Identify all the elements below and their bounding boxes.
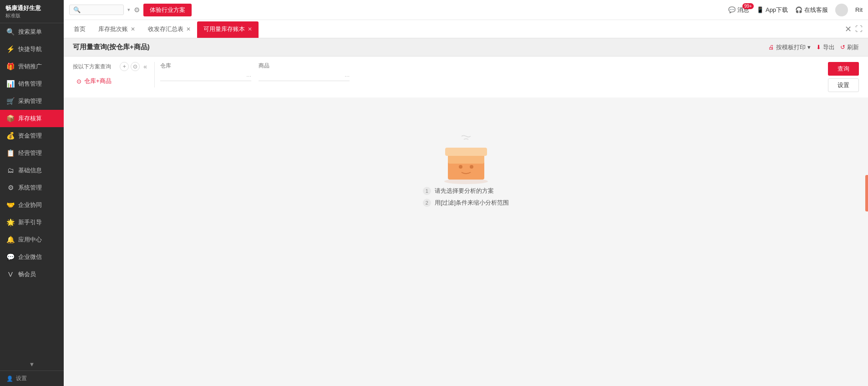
content-area: 可用量查询(按仓库+商品) 🖨 按模板打印 ▾ ⬇ 导出 ↺ 刷新 xyxy=(64,38,868,386)
wechat-icon: 💬 xyxy=(6,253,15,261)
app-download-btn[interactable]: 📱 App下载 xyxy=(756,6,788,14)
filter-schemes-label: 按以下方案查询 xyxy=(73,63,111,71)
hint1-text: 请先选择要分析的方案 xyxy=(435,187,494,195)
online-service-btn[interactable]: 🎧 在线客服 xyxy=(795,6,828,14)
sidebar-item-label: 资金管理 xyxy=(18,132,42,140)
filter-schemes: 按以下方案查询 + ⊙ « ⊙ 仓库+商品 xyxy=(73,62,155,87)
page-header: 可用量查询(按仓库+商品) 🖨 按模板打印 ▾ ⬇ 导出 ↺ 刷新 xyxy=(64,38,868,57)
sidebar-item-operations[interactable]: 📋 经营管理 xyxy=(0,144,64,162)
search-icon: 🔍 xyxy=(73,6,81,13)
expand-btn[interactable]: ⛶ xyxy=(855,25,863,33)
shortcut-icon: ⚡ xyxy=(6,45,15,53)
phone-icon: 📱 xyxy=(756,6,764,13)
collapse-scheme-btn[interactable]: « xyxy=(142,63,149,70)
industry-btn[interactable]: 体验行业方案 xyxy=(143,4,192,16)
search-icon: 🔍 xyxy=(6,28,15,36)
goods-input[interactable] xyxy=(259,72,342,79)
topbar-gear-icon[interactable]: ⚙ xyxy=(134,6,140,14)
sidebar-item-label: 应用中心 xyxy=(18,236,42,244)
purchase-icon: 🛒 xyxy=(6,97,15,105)
hint2-text: 用[过滤]条件来缩小分析范围 xyxy=(435,199,509,207)
sidebar-item-member[interactable]: V 畅会员 xyxy=(0,266,64,283)
sidebar-item-sales[interactable]: 📊 销售管理 xyxy=(0,75,64,93)
tab-summary[interactable]: 收发存汇总表✕ xyxy=(142,21,197,38)
filter-area: 按以下方案查询 + ⊙ « ⊙ 仓库+商品 仓库 xyxy=(64,57,868,98)
sidebar-item-label: 库存核算 xyxy=(18,114,42,123)
sidebar-item-label: 企业协同 xyxy=(18,201,42,209)
sidebar-item-label: 快捷导航 xyxy=(18,45,42,53)
tab-close-btn[interactable]: ✕ xyxy=(131,26,135,32)
empty-state: 1 请先选择要分析的方案 2 用[过滤]条件来缩小分析范围 xyxy=(64,98,868,243)
sidebar-item-shortcut[interactable]: ⚡ 快捷导航 xyxy=(0,41,64,58)
warehouse-input[interactable] xyxy=(160,72,244,79)
sidebar-item-basic[interactable]: 🗂 基础信息 xyxy=(0,162,64,179)
page-actions: 🖨 按模板打印 ▾ ⬇ 导出 ↺ 刷新 xyxy=(768,43,859,51)
app-center-icon: 🔔 xyxy=(6,236,15,244)
sidebar-item-label: 销售管理 xyxy=(18,80,42,88)
inventory-icon: 📦 xyxy=(6,114,15,123)
sidebar-item-inventory[interactable]: 📦 库存核算 xyxy=(0,110,64,127)
tab-label: 可用量库存账本 xyxy=(203,25,245,33)
message-btn[interactable]: 💬 消息 99+ xyxy=(728,6,749,14)
topbar-chevron-icon[interactable]: ▾ xyxy=(127,7,130,13)
search-input[interactable] xyxy=(82,7,119,13)
topbar-search-box[interactable]: 🔍 xyxy=(69,5,124,15)
finance-icon: 💰 xyxy=(6,132,15,140)
sidebar-item-enterprise[interactable]: 🤝 企业协同 xyxy=(0,196,64,214)
marketing-promo-icon: 🎁 xyxy=(6,62,15,71)
sidebar-item-finance[interactable]: 💰 资金管理 xyxy=(0,127,64,144)
filter-field-goods: 商品 ··· xyxy=(259,62,350,81)
member-icon: V xyxy=(6,270,15,278)
print-btn[interactable]: 🖨 按模板打印 ▾ xyxy=(768,43,811,51)
filter-scheme-icons: + ⊙ « xyxy=(120,62,149,71)
sidebar-item-search[interactable]: 🔍 搜索菜单 xyxy=(0,23,64,41)
svg-point-4 xyxy=(459,165,462,169)
tabbar-actions: ✕ ⛶ xyxy=(845,25,863,33)
sidebar-item-wechat[interactable]: 💬 企业微信 xyxy=(0,248,64,266)
warehouse-more-btn[interactable]: ··· xyxy=(246,72,251,79)
scheme-item-warehouse-goods[interactable]: ⊙ 仓库+商品 xyxy=(73,75,149,87)
operations-icon: 📋 xyxy=(6,149,15,157)
sales-icon: 📊 xyxy=(6,80,15,88)
empty-hint-1: 1 请先选择要分析的方案 xyxy=(423,187,509,195)
sidebar-item-newbie[interactable]: 🌟 新手引导 xyxy=(0,214,64,231)
export-btn[interactable]: ⬇ 导出 xyxy=(816,43,835,51)
sidebar-scroll-down[interactable]: ▼ xyxy=(0,358,64,371)
username-label[interactable]: Rit xyxy=(855,6,863,13)
add-scheme-btn[interactable]: + xyxy=(120,62,129,71)
newbie-icon: 🌟 xyxy=(6,218,15,226)
sidebar-footer[interactable]: 👤 设置 xyxy=(0,371,64,386)
sidebar-item-purchase[interactable]: 🛒 采购管理 xyxy=(0,93,64,110)
sidebar-item-app-center[interactable]: 🔔 应用中心 xyxy=(0,231,64,248)
svg-rect-3 xyxy=(445,148,487,156)
sidebar-item-label: 新手引导 xyxy=(18,218,42,226)
sidebar-item-label: 畅会员 xyxy=(18,270,36,278)
filter-actions: 查询 设置 xyxy=(828,62,859,92)
close-all-tabs-btn[interactable]: ✕ xyxy=(845,25,852,33)
tab-home[interactable]: 首页 xyxy=(67,21,92,38)
system-icon: ⚙ xyxy=(6,184,15,192)
sidebar-item-label: 企业微信 xyxy=(18,253,42,261)
manage-scheme-btn[interactable]: ⊙ xyxy=(131,62,140,71)
tab-close-btn[interactable]: ✕ xyxy=(248,26,252,32)
query-btn[interactable]: 查询 xyxy=(828,62,859,76)
tab-close-btn[interactable]: ✕ xyxy=(186,26,191,32)
print-chevron-icon: ▾ xyxy=(807,44,811,51)
tab-available[interactable]: 可用量库存账本✕ xyxy=(197,21,259,38)
refresh-btn[interactable]: ↺ 刷新 xyxy=(840,43,859,51)
sidebar-item-label: 经营管理 xyxy=(18,149,42,157)
settings-btn[interactable]: 设置 xyxy=(828,78,859,92)
main-area: 🔍 ▾ ⚙ 体验行业方案 💬 消息 99+ 📱 App下载 🎧 在线客服 Rit xyxy=(64,0,868,386)
right-scroll-indicator xyxy=(865,175,868,211)
avatar[interactable] xyxy=(835,4,848,16)
sidebar-item-label: 基础信息 xyxy=(18,166,42,175)
headset-icon: 🎧 xyxy=(795,6,802,13)
topbar: 🔍 ▾ ⚙ 体验行业方案 💬 消息 99+ 📱 App下载 🎧 在线客服 Rit xyxy=(64,0,868,20)
sidebar-item-marketing-promo[interactable]: 🎁 营销推广 xyxy=(0,58,64,75)
sidebar-item-system[interactable]: ⚙ 系统管理 xyxy=(0,179,64,196)
goods-more-btn[interactable]: ··· xyxy=(345,72,350,79)
tab-batch[interactable]: 库存批次账✕ xyxy=(92,21,142,38)
app-label: App下载 xyxy=(766,6,788,14)
sidebar-item-label: 采购管理 xyxy=(18,97,42,105)
filter-schemes-header: 按以下方案查询 + ⊙ « xyxy=(73,62,149,71)
